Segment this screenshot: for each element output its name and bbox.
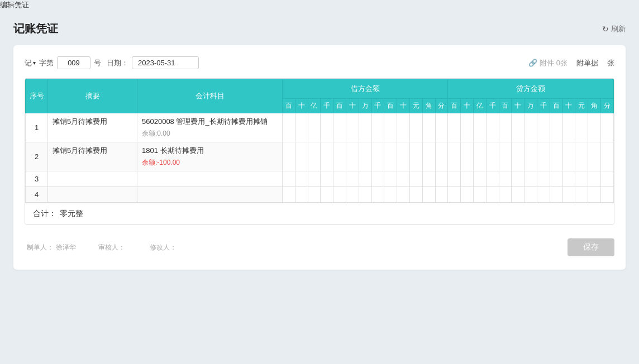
credit-digit-cell[interactable] (537, 187, 550, 203)
credit-digit-cell[interactable] (499, 171, 512, 187)
debit-digit-cell[interactable] (422, 142, 435, 171)
debit-digit-cell[interactable] (283, 187, 295, 203)
debit-digit-cell[interactable] (435, 171, 448, 187)
credit-digit-cell[interactable] (486, 142, 499, 171)
credit-digit-cell[interactable] (499, 113, 512, 142)
refresh-button[interactable]: ↻ 刷新 (602, 24, 626, 34)
debit-digit-cell[interactable] (295, 171, 308, 187)
debit-digit-cell[interactable] (283, 171, 295, 187)
account-cell[interactable]: 1801 长期待摊费用余额:-100.00 (137, 142, 283, 171)
table-row[interactable]: 4 (26, 187, 614, 203)
debit-digit-cell[interactable] (308, 113, 321, 142)
credit-digit-cell[interactable] (600, 171, 613, 187)
credit-digit-cell[interactable] (448, 187, 461, 203)
debit-digit-cell[interactable] (308, 142, 321, 171)
debit-digit-cell[interactable] (422, 113, 435, 142)
credit-digit-cell[interactable] (512, 171, 524, 187)
debit-digit-cell[interactable] (409, 142, 422, 171)
debit-digit-cell[interactable] (283, 142, 295, 171)
credit-digit-cell[interactable] (499, 187, 512, 203)
account-cell[interactable]: 56020008 管理费用_长期待摊费用摊销余额:0.00 (137, 113, 283, 142)
credit-digit-cell[interactable] (575, 187, 588, 203)
credit-digit-cell[interactable] (461, 113, 474, 142)
credit-digit-cell[interactable] (461, 171, 474, 187)
credit-digit-cell[interactable] (448, 171, 461, 187)
credit-digit-cell[interactable] (461, 187, 474, 203)
credit-digit-cell[interactable] (537, 142, 550, 171)
debit-digit-cell[interactable] (384, 142, 397, 171)
debit-digit-cell[interactable] (283, 113, 295, 142)
debit-digit-cell[interactable] (346, 142, 359, 171)
credit-digit-cell[interactable] (524, 187, 537, 203)
debit-digit-cell[interactable] (371, 187, 384, 203)
credit-digit-cell[interactable] (562, 187, 575, 203)
credit-digit-cell[interactable] (588, 142, 601, 171)
credit-digit-cell[interactable] (499, 142, 512, 171)
debit-digit-cell[interactable] (422, 171, 435, 187)
debit-digit-cell[interactable] (384, 171, 397, 187)
debit-digit-cell[interactable] (397, 113, 410, 142)
credit-digit-cell[interactable] (575, 142, 588, 171)
table-row[interactable]: 2摊销5月待摊费用1801 长期待摊费用余额:-100.00 (26, 142, 614, 171)
credit-digit-cell[interactable] (486, 187, 499, 203)
debit-digit-cell[interactable] (409, 187, 422, 203)
credit-digit-cell[interactable] (537, 171, 550, 187)
summary-cell[interactable] (48, 171, 137, 187)
debit-digit-cell[interactable] (409, 171, 422, 187)
credit-digit-cell[interactable] (448, 113, 461, 142)
debit-digit-cell[interactable] (359, 142, 371, 171)
credit-digit-cell[interactable] (550, 142, 562, 171)
credit-digit-cell[interactable] (562, 142, 575, 171)
debit-digit-cell[interactable] (397, 187, 410, 203)
credit-digit-cell[interactable] (473, 171, 486, 187)
credit-digit-cell[interactable] (575, 171, 588, 187)
credit-digit-cell[interactable] (588, 171, 601, 187)
debit-digit-cell[interactable] (397, 142, 410, 171)
debit-digit-cell[interactable] (308, 187, 321, 203)
credit-digit-cell[interactable] (512, 142, 524, 171)
attachment-link[interactable]: 🔗 附件 0张 (528, 58, 568, 68)
summary-cell[interactable]: 摊销5月待摊费用 (48, 142, 137, 171)
debit-digit-cell[interactable] (409, 113, 422, 142)
voucher-number-input[interactable] (57, 56, 90, 69)
debit-digit-cell[interactable] (346, 113, 359, 142)
credit-digit-cell[interactable] (575, 113, 588, 142)
debit-digit-cell[interactable] (295, 142, 308, 171)
credit-digit-cell[interactable] (512, 113, 524, 142)
debit-digit-cell[interactable] (359, 113, 371, 142)
voucher-type-dropdown[interactable]: 记 ▾ (25, 58, 36, 68)
debit-digit-cell[interactable] (397, 171, 410, 187)
debit-digit-cell[interactable] (333, 113, 346, 142)
credit-digit-cell[interactable] (486, 113, 499, 142)
debit-digit-cell[interactable] (359, 171, 371, 187)
credit-digit-cell[interactable] (550, 113, 562, 142)
credit-digit-cell[interactable] (524, 142, 537, 171)
account-cell[interactable] (137, 171, 283, 187)
debit-digit-cell[interactable] (295, 187, 308, 203)
debit-digit-cell[interactable] (422, 187, 435, 203)
debit-digit-cell[interactable] (384, 187, 397, 203)
credit-digit-cell[interactable] (486, 171, 499, 187)
credit-digit-cell[interactable] (550, 171, 562, 187)
debit-digit-cell[interactable] (333, 142, 346, 171)
debit-digit-cell[interactable] (333, 187, 346, 203)
debit-digit-cell[interactable] (333, 171, 346, 187)
summary-cell[interactable]: 摊销5月待摊费用 (48, 113, 137, 142)
credit-digit-cell[interactable] (461, 142, 474, 171)
debit-digit-cell[interactable] (384, 113, 397, 142)
account-cell[interactable] (137, 187, 283, 203)
debit-digit-cell[interactable] (435, 142, 448, 171)
credit-digit-cell[interactable] (588, 113, 601, 142)
debit-digit-cell[interactable] (321, 142, 333, 171)
credit-digit-cell[interactable] (473, 142, 486, 171)
credit-digit-cell[interactable] (562, 171, 575, 187)
debit-digit-cell[interactable] (435, 187, 448, 203)
credit-digit-cell[interactable] (562, 113, 575, 142)
credit-digit-cell[interactable] (550, 187, 562, 203)
credit-digit-cell[interactable] (600, 142, 613, 171)
debit-digit-cell[interactable] (371, 113, 384, 142)
table-row[interactable]: 3 (26, 171, 614, 187)
date-input[interactable] (132, 56, 199, 69)
credit-digit-cell[interactable] (473, 113, 486, 142)
debit-digit-cell[interactable] (435, 113, 448, 142)
